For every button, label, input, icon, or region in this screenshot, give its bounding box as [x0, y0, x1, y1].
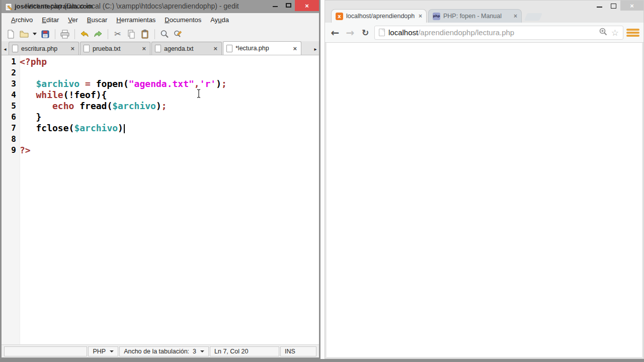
status-message-area: [4, 346, 87, 356]
code-token: fclose(: [36, 123, 74, 133]
menu-documentos[interactable]: Documentos: [160, 15, 206, 25]
code-token: echo: [52, 101, 74, 111]
open-dropdown-icon[interactable]: [33, 33, 37, 35]
close-tab-icon[interactable]: ×: [292, 45, 298, 52]
editor-tab-label: prueba.txt: [93, 45, 141, 52]
code-token: (: [123, 78, 129, 89]
php-favicon: php: [433, 13, 440, 20]
close-button[interactable]: ×: [295, 0, 319, 11]
maximize-button[interactable]: [282, 0, 295, 10]
print-button[interactable]: [59, 28, 71, 40]
code-token: ?>: [20, 145, 31, 155]
code-token: $archivo: [36, 78, 80, 89]
back-button[interactable]: ←: [329, 27, 341, 39]
open-folder-icon: [19, 29, 29, 39]
url-text[interactable]: localhost/aprendiendophp/lectura.php: [388, 28, 595, 37]
editor-tab-label: agenda.txt: [164, 45, 212, 52]
editor-text-area[interactable]: 1<?php23 $archivo = fopen("agenda.txt",'…: [2, 55, 319, 344]
browser-viewport[interactable]: [326, 43, 642, 357]
open-button[interactable]: [18, 28, 30, 40]
menu-ver[interactable]: Ver: [63, 15, 83, 25]
find-button[interactable]: [158, 28, 171, 40]
menu-herramientas[interactable]: Herramientas: [112, 15, 160, 25]
forward-button[interactable]: →: [344, 27, 356, 39]
page-icon: [379, 29, 385, 36]
cut-button[interactable]: ✂: [112, 28, 124, 40]
browser-tab-php-manual[interactable]: php PHP: fopen - Manual ×: [428, 9, 522, 23]
address-bar[interactable]: localhost/aprendiendophp/lectura.php ☆: [374, 26, 623, 40]
gedit-app-icon: [5, 3, 14, 13]
code-lines: 1<?php23 $archivo = fopen("agenda.txt",'…: [2, 56, 319, 156]
reload-button[interactable]: ↻: [359, 28, 371, 38]
editor-tab-label: *lectura.php: [235, 45, 292, 52]
tab-scroll-left[interactable]: ◂: [2, 43, 9, 55]
desktop-edge-strip: [0, 359, 644, 362]
gedit-window: *lectura.php (Disco local (C:) \xampp\ht…: [0, 0, 320, 359]
tab-scroll-right[interactable]: ▸: [312, 43, 319, 55]
find-replace-icon: [173, 29, 183, 39]
document-icon: [84, 45, 90, 52]
menu-ayuda[interactable]: Ayuda: [206, 15, 233, 25]
line-number: 2: [2, 67, 20, 78]
code-token: [91, 78, 96, 89]
minimize-button[interactable]: [269, 0, 282, 10]
code-line: 8: [2, 134, 319, 145]
code-token: fread(: [79, 101, 112, 111]
menu-buscar[interactable]: Buscar: [83, 15, 112, 25]
language-dropdown[interactable]: PHP: [88, 346, 118, 356]
editor-tab-escritura.php[interactable]: escritura.php×: [9, 42, 79, 55]
dropdown-caret-icon: [110, 350, 114, 352]
copy-icon: [126, 29, 136, 39]
browser-tab-localhost[interactable]: x localhost/aprendiendoph ×: [331, 9, 427, 23]
paste-button[interactable]: [139, 28, 151, 40]
editor-tabs: escritura.php×prueba.txt×agenda.txt×*lec…: [9, 41, 312, 55]
line-number: 5: [2, 101, 20, 112]
code-token: 'r': [200, 78, 216, 89]
code-token: "agenda.txt": [129, 78, 194, 89]
close-tab-icon[interactable]: ×: [419, 13, 422, 20]
paste-icon: [140, 29, 150, 39]
tab-width-dropdown[interactable]: Ancho de la tabulación: 3: [119, 346, 209, 356]
toolbar-separator: [74, 29, 75, 39]
code-line: 7 fclose($archivo): [2, 123, 319, 134]
editor-tab-lectura.php[interactable]: *lectura.php×: [223, 41, 301, 55]
close-tab-icon[interactable]: ×: [69, 45, 75, 52]
close-tab-icon[interactable]: ×: [141, 45, 147, 52]
save-button[interactable]: [39, 28, 51, 40]
close-tab-icon[interactable]: ×: [212, 45, 218, 52]
zoom-icon[interactable]: [599, 27, 608, 38]
maximize-button[interactable]: [606, 1, 620, 10]
redo-button[interactable]: [92, 28, 104, 40]
menu-editar[interactable]: Editar: [37, 15, 63, 25]
watermark-text: josevicentecarratala.com: [15, 3, 93, 10]
minimize-icon: [597, 7, 602, 8]
new-document-button[interactable]: [5, 28, 17, 40]
code-token: $archivo: [112, 101, 156, 111]
code-token: ;: [221, 78, 227, 89]
editor-tab-prueba.txt[interactable]: prueba.txt×: [80, 42, 150, 55]
undo-button[interactable]: [78, 28, 91, 40]
code-token: ;: [162, 101, 167, 111]
close-tab-icon[interactable]: ×: [514, 13, 517, 20]
minimize-button[interactable]: [592, 1, 606, 10]
bookmark-star-icon[interactable]: ☆: [611, 28, 619, 38]
menu-archivo[interactable]: Archivo: [7, 15, 37, 25]
gedit-tabbar: ◂ escritura.php×prueba.txt×agenda.txt×*l…: [2, 41, 319, 55]
copy-button[interactable]: [125, 28, 137, 40]
close-button[interactable]: ×: [620, 1, 643, 11]
code-token: [79, 78, 85, 89]
editor-tab-agenda.txt[interactable]: agenda.txt×: [151, 42, 222, 55]
browser-menu-button[interactable]: [626, 27, 639, 38]
code-token: <?php: [20, 56, 47, 67]
code-line: 6 }: [2, 112, 319, 123]
code-token: fopen: [96, 78, 123, 89]
code-token: ): [216, 78, 221, 89]
gedit-titlebar[interactable]: *lectura.php (Disco local (C:) \xampp\ht…: [2, 0, 319, 13]
new-tab-button[interactable]: [524, 13, 542, 21]
code-line: 4 while(!feof){: [2, 89, 319, 101]
code-token: ,: [194, 78, 200, 89]
print-icon: [60, 29, 70, 39]
find-replace-button[interactable]: [172, 28, 184, 40]
code-token: $archivo: [74, 123, 118, 133]
code-token: [20, 78, 36, 89]
